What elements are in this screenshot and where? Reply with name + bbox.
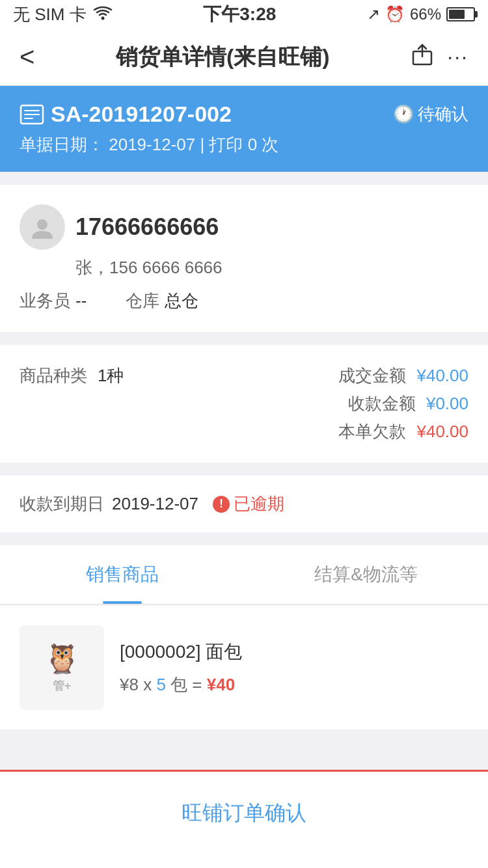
received-value: ¥0.00 (426, 394, 468, 414)
status-text: 待确认 (418, 103, 468, 126)
sales-meta: 业务员 -- (20, 290, 87, 312)
nav-actions: ··· (411, 42, 468, 72)
due-date-card: 收款到期日 2019-12-07 ! 已逾期 (0, 476, 488, 532)
product-thumbnail: 🦉 管+ (20, 625, 104, 710)
product-title: 面包 (206, 642, 242, 662)
summary-card: 商品种类 1种 成交金额 ¥40.00 收款金额 ¥0.00 本单欠款 ¥40.… (0, 345, 488, 463)
order-number: SA-20191207-002 (51, 102, 232, 127)
due-date-label: 收款到期日 (20, 493, 104, 515)
equals-sign: = (192, 675, 206, 694)
warehouse-meta: 仓库 总仓 (126, 290, 198, 312)
product-list: 🦉 管+ [0000002] 面包 ¥8 x 5 包 = ¥40 (0, 606, 488, 729)
category-label: 商品种类 (20, 364, 87, 387)
order-date-val: 2019-12-07 (109, 135, 195, 154)
product-code: [0000002] (120, 642, 201, 662)
received-label: 收款金额 (348, 392, 416, 415)
tab-settlement[interactable]: 结算&物流等 (244, 545, 488, 604)
page-title: 销货单详情(来自旺铺) (116, 42, 330, 72)
multiply-sign: x (143, 675, 156, 694)
order-date-row: 单据日期： 2019-12-07 | 打印 0 次 (20, 133, 468, 156)
due-amount-row: 本单欠款 ¥40.00 (338, 420, 468, 443)
product-item: 🦉 管+ [0000002] 面包 ¥8 x 5 包 = ¥40 (0, 606, 488, 729)
tab-sales-goods[interactable]: 销售商品 (0, 545, 244, 604)
order-icon (20, 104, 44, 125)
bottom-bar: 旺铺订单确认 (0, 770, 488, 868)
order-id-row: SA-20191207-002 (20, 102, 232, 127)
location-icon: ↗ (367, 5, 380, 23)
product-formula: ¥8 x 5 包 = ¥40 (120, 673, 468, 696)
warehouse-label: 仓库 (126, 290, 159, 312)
customer-card: 17666666666 张，156 6666 6666 业务员 -- 仓库 总仓 (0, 185, 488, 332)
product-brand-icon: 🦉 (44, 642, 80, 675)
back-button[interactable]: < (20, 42, 34, 72)
received-amount-row: 收款金额 ¥0.00 (348, 392, 468, 415)
battery-icon (446, 7, 475, 21)
status-bar: 无 SIM 卡 下午3:28 ↗ ⏰ 66% (0, 0, 488, 29)
status-right: ↗ ⏰ 66% (367, 5, 475, 23)
nav-bar: < 销货单详情(来自旺铺) ··· (0, 29, 488, 86)
overdue-icon: ! (213, 496, 230, 513)
svg-point-0 (101, 16, 104, 20)
order-status: 🕐 待确认 (393, 103, 468, 126)
alarm-icon: ⏰ (385, 5, 405, 23)
share-icon[interactable] (411, 42, 434, 72)
amount-info: 成交金额 ¥40.00 收款金额 ¥0.00 本单欠款 ¥40.00 (338, 364, 468, 443)
date-label: 单据日期： (20, 135, 104, 154)
battery-percent: 66% (410, 5, 441, 23)
transaction-label: 成交金额 (338, 364, 406, 387)
customer-name: 张，156 6666 6666 (75, 256, 468, 279)
product-total: ¥40 (207, 675, 235, 694)
sales-value: -- (75, 291, 87, 311)
order-header: SA-20191207-002 🕐 待确认 单据日期： 2019-12-07 |… (0, 86, 488, 172)
transaction-value: ¥40.00 (416, 366, 468, 386)
carrier-text: 无 SIM 卡 (13, 3, 87, 26)
clock-icon: 🕐 (393, 104, 414, 124)
wifi-icon (93, 5, 113, 25)
sales-label: 业务员 (20, 290, 70, 312)
due-amount-label: 本单欠款 (338, 420, 406, 443)
avatar (20, 204, 65, 250)
customer-phone: 17666666666 (75, 213, 219, 241)
status-left: 无 SIM 卡 (13, 3, 113, 26)
category-info: 商品种类 1种 (20, 364, 124, 387)
more-icon[interactable]: ··· (447, 45, 468, 69)
customer-meta: 业务员 -- 仓库 总仓 (20, 290, 468, 312)
transaction-amount-row: 成交金额 ¥40.00 (338, 364, 468, 387)
status-time: 下午3:28 (203, 2, 276, 27)
overdue-text: 已逾期 (234, 493, 284, 515)
due-amount-value: ¥40.00 (416, 422, 468, 442)
product-details: [0000002] 面包 ¥8 x 5 包 = ¥40 (120, 640, 468, 696)
tab-bar: 销售商品 结算&物流等 (0, 545, 488, 604)
due-date-value: 2019-12-07 (112, 494, 198, 514)
brand-label: 管+ (53, 678, 72, 694)
category-value: 1种 (98, 364, 124, 387)
product-price: ¥8 (120, 675, 139, 694)
confirm-order-button[interactable]: 旺铺订单确认 (20, 785, 468, 842)
product-quantity: 5 (156, 675, 165, 694)
print-info: | 打印 0 次 (200, 135, 278, 154)
warehouse-value: 总仓 (165, 290, 198, 312)
overdue-badge: ! 已逾期 (213, 493, 284, 515)
product-unit: 包 (170, 675, 187, 694)
product-name: [0000002] 面包 (120, 640, 468, 664)
svg-point-7 (37, 219, 47, 230)
